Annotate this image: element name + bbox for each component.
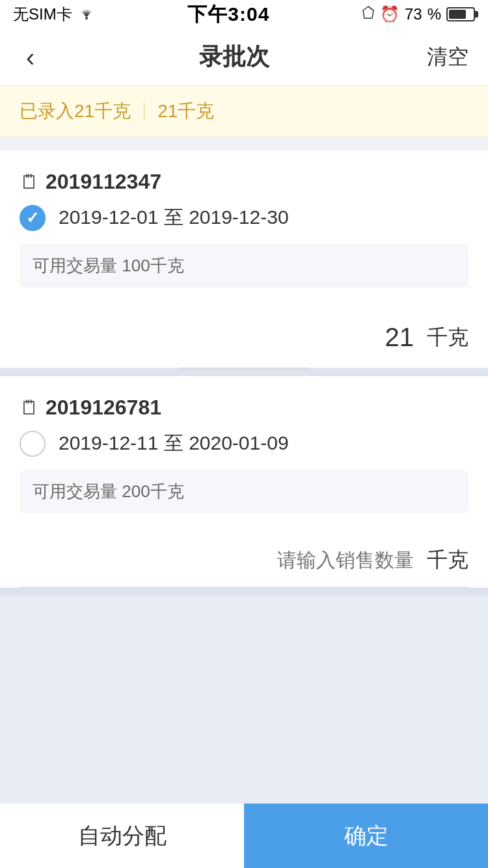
info-banner: 已录入21千克 21千克: [0, 86, 488, 137]
batch1-card: 🗒 2019112347 2019-12-01 至 2019-12-30 可用交…: [0, 150, 488, 307]
batch2-card: 🗒 2019126781 2019-12-11 至 2020-01-09 可用交…: [0, 376, 488, 533]
batch2-unit: 千克: [427, 546, 468, 575]
batch1-quantity-section: 21 千克: [0, 307, 488, 368]
status-time: 下午3:04: [187, 1, 269, 28]
alarm-icon: ⏰: [380, 5, 400, 23]
section-divider2: [0, 588, 488, 595]
svg-point-0: [85, 17, 88, 20]
batch2-date-row: 2019-12-11 至 2020-01-09: [20, 430, 468, 457]
banner-divider: [144, 102, 144, 120]
batch1-radio[interactable]: [20, 205, 46, 231]
status-bar: 无SIM卡 下午3:04 ⏰ 73%: [0, 0, 488, 29]
batch1-quantity-input[interactable]: 21: [349, 323, 414, 352]
batch1-id-row: 🗒 2019112347: [20, 170, 468, 194]
batch2-id-row: 🗒 2019126781: [20, 396, 468, 420]
batch2-available: 可用交易量 200千克: [20, 470, 468, 513]
page-title: 录批次: [199, 41, 269, 73]
confirm-button[interactable]: 确定: [244, 804, 488, 868]
back-button[interactable]: ‹: [20, 38, 41, 77]
auto-distribute-button[interactable]: 自动分配: [0, 804, 244, 868]
status-indicators: ⏰ 73%: [362, 5, 475, 23]
batch1-date-range: 2019-12-01 至 2019-12-30: [59, 204, 289, 231]
battery-percent: 73: [405, 5, 422, 23]
batch1-unit: 千克: [427, 323, 468, 352]
batch2-id: 2019126781: [46, 396, 161, 420]
batch1-id: 2019112347: [46, 170, 161, 194]
location-icon: [362, 5, 375, 23]
batch1-available: 可用交易量 100千克: [20, 244, 468, 288]
nav-bar: ‹ 录批次 清空: [0, 29, 488, 86]
total-amount: 21千克: [157, 99, 214, 124]
section-divider: [0, 368, 488, 376]
wifi-icon: [77, 5, 96, 23]
carrier-text: 无SIM卡: [13, 4, 72, 25]
clear-button[interactable]: 清空: [427, 43, 468, 72]
batch2-date-range: 2019-12-11 至 2020-01-09: [59, 430, 289, 457]
batch2-quantity-input[interactable]: [20, 549, 414, 571]
battery-icon: [446, 7, 475, 21]
batch2-radio[interactable]: [20, 431, 46, 457]
batch2-icon: 🗒: [20, 397, 39, 419]
bottom-bar: 自动分配 确定: [0, 803, 488, 868]
batch1-date-row: 2019-12-01 至 2019-12-30: [20, 204, 468, 231]
batch2-input-area: 千克: [0, 533, 488, 588]
batch1-icon: 🗒: [20, 171, 39, 193]
recorded-amount: 已录入21千克: [20, 99, 131, 124]
status-carrier: 无SIM卡: [13, 4, 96, 25]
